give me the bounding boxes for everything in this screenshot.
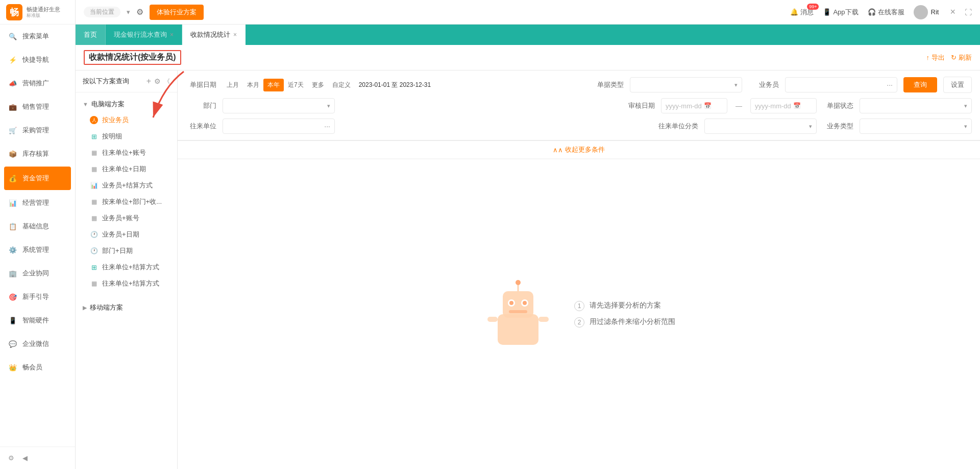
sidebar-item-guide[interactable]: 🎯 新手引导 xyxy=(0,285,75,309)
logo-icon: 畅 xyxy=(6,4,22,20)
dropdown-icon[interactable]: ▾ xyxy=(127,8,130,16)
basic-icon: 📋 xyxy=(8,222,17,231)
voucher-type-select[interactable]: ▾ xyxy=(630,77,742,92)
calendar-icon-2[interactable]: 📅 xyxy=(793,102,801,109)
collection-stats-tab-close[interactable]: × xyxy=(233,31,237,38)
online-service-button[interactable]: 🎧 在线客服 xyxy=(868,8,904,17)
salesman-settle-icon: 📊 xyxy=(90,181,98,190)
message-badge: 99+ xyxy=(807,4,819,10)
app-download-button[interactable]: 📱 App下载 xyxy=(823,8,858,17)
sidebar-item-wechat[interactable]: 💬 企业微信 xyxy=(0,332,75,356)
scheme-by-detail[interactable]: ⊞ 按明细 xyxy=(76,128,177,145)
dept-select[interactable]: ▾ xyxy=(223,98,335,113)
scheme-salesman-settle[interactable]: 📊 业务员+结算方式 xyxy=(76,177,177,194)
partner-category-label: 往来单位分类 xyxy=(658,122,698,131)
collapse-sidebar-icon[interactable]: ◀ xyxy=(22,454,28,462)
custom-btn[interactable]: 自定义 xyxy=(328,79,355,91)
scheme-salesman-account[interactable]: ▦ 业务员+账号 xyxy=(76,210,177,226)
sidebar-item-basic[interactable]: 📋 基础信息 xyxy=(0,215,75,238)
desktop-group-arrow: ▼ xyxy=(83,101,88,107)
scheme-partner-account[interactable]: ▦ 往来单位+账号 xyxy=(76,145,177,161)
tab-home[interactable]: 首页 xyxy=(76,25,106,45)
svg-point-8 xyxy=(516,280,521,285)
message-button[interactable]: 🔔 消息 99+ xyxy=(790,8,814,17)
partner-category-select[interactable]: ▾ xyxy=(704,119,817,134)
more-btn[interactable]: 更多 xyxy=(308,79,328,91)
review-date-from[interactable]: yyyy-mm-dd 📅 xyxy=(661,98,727,113)
window-expand-button[interactable]: ⛶ xyxy=(965,8,972,16)
desktop-schemes: ▼ 电脑端方案 人 按业务员 ⊞ 按明细 xyxy=(76,92,177,296)
sidebar-item-quick-nav[interactable]: ⚡ 快捷导航 xyxy=(0,48,75,72)
empty-state: 1 请先选择要分析的方案 2 用过滤条件来缩小分析范围 xyxy=(178,159,980,469)
sidebar-item-operations[interactable]: 📊 经营管理 xyxy=(0,191,75,215)
scheme-dept-date[interactable]: 🕐 部门+日期 xyxy=(76,243,177,259)
sidebar-item-enterprise[interactable]: 🏢 企业协同 xyxy=(0,262,75,285)
trial-button[interactable]: 体验行业方案 xyxy=(150,5,204,20)
last-7-btn[interactable]: 近7天 xyxy=(284,79,308,91)
query-button[interactable]: 查询 xyxy=(903,77,937,92)
partner-label: 往来单位 xyxy=(186,122,216,131)
scheme-by-salesman[interactable]: 人 按业务员 xyxy=(76,112,177,128)
calendar-icon-1[interactable]: 📅 xyxy=(704,102,712,109)
scheme-salesman-date[interactable]: 🕐 业务员+日期 xyxy=(76,226,177,243)
sidebar-item-system[interactable]: ⚙️ 系统管理 xyxy=(0,238,75,262)
refresh-icon: ↻ xyxy=(951,54,957,61)
sidebar-item-label: 企业微信 xyxy=(22,339,49,348)
voucher-status-chevron: ▾ xyxy=(964,103,967,109)
salesman-label: 业务员 xyxy=(748,80,779,89)
sidebar-item-label: 经营管理 xyxy=(22,198,49,207)
sidebar-item-hardware[interactable]: 📱 智能硬件 xyxy=(0,309,75,332)
review-date-to[interactable]: yyyy-mm-dd 📅 xyxy=(750,98,817,113)
left-panel-actions: + ⚙ 《 xyxy=(146,77,170,86)
window-close-button[interactable]: × xyxy=(950,7,955,17)
collapse-label: 收起更多条件 xyxy=(565,145,605,154)
scheme-partner-settle1[interactable]: ⊞ 往来单位+结算方式 xyxy=(76,259,177,275)
marketing-icon: 📣 xyxy=(8,79,17,88)
tab-bank-flow[interactable]: 现金银行流水查询 × xyxy=(106,25,182,45)
header-settings-icon[interactable]: ⚙ xyxy=(136,7,143,17)
filter-row-3: 往来单位 ··· 往来单位分类 ▾ 业务类型 ▾ xyxy=(186,119,972,134)
empty-illustration xyxy=(482,278,554,350)
this-month-btn[interactable]: 本月 xyxy=(243,79,263,91)
partner-dots-icon[interactable]: ··· xyxy=(324,122,330,130)
refresh-button[interactable]: ↻ 刷新 xyxy=(951,53,972,62)
date-range: 2023-01-01 至 2023-12-31 xyxy=(359,81,431,89)
sidebar-item-member[interactable]: 👑 畅会员 xyxy=(0,356,75,379)
bank-flow-tab-close[interactable]: × xyxy=(170,31,174,38)
salesman-dots-icon[interactable]: ··· xyxy=(887,81,893,89)
add-scheme-button[interactable]: + xyxy=(146,77,151,86)
sidebar-item-sales[interactable]: 💼 销售管理 xyxy=(0,95,75,119)
scheme-partner-date[interactable]: ▦ 往来单位+日期 xyxy=(76,161,177,177)
export-button[interactable]: ↑ 导出 xyxy=(926,53,945,62)
scheme-by-partner-dept[interactable]: ▦ 按来单位+部门+收... xyxy=(76,194,177,210)
partner-dept-icon: ▦ xyxy=(90,198,98,206)
scheme-label: 往来单位+结算方式 xyxy=(102,279,159,288)
voucher-status-select[interactable]: ▾ xyxy=(860,98,972,113)
sidebar-item-marketing[interactable]: 📣 营销推广 xyxy=(0,72,75,95)
sidebar-item-purchase[interactable]: 🛒 采购管理 xyxy=(0,119,75,142)
sidebar-nav: 🔍 搜索菜单 ⚡ 快捷导航 📣 营销推广 💼 销售管理 🛒 采购管理 📦 库存核… xyxy=(0,25,75,447)
scheme-partner-settle2[interactable]: ▦ 往来单位+结算方式 xyxy=(76,275,177,292)
this-year-btn[interactable]: 本年 xyxy=(263,79,284,91)
salesman-select[interactable]: ··· xyxy=(785,77,897,92)
settings-bottom-icon[interactable]: ⚙ xyxy=(8,454,14,462)
last-month-btn[interactable]: 上月 xyxy=(223,79,243,91)
user-info: Rit xyxy=(914,5,939,19)
guide-icon: 🎯 xyxy=(8,292,17,301)
system-icon: ⚙️ xyxy=(8,245,17,254)
scheme-settings-icon[interactable]: ⚙ xyxy=(154,77,161,85)
mobile-group-header[interactable]: ▶ 移动端方案 xyxy=(76,300,177,315)
sidebar-item-finance[interactable]: 💰 资金管理 xyxy=(4,167,71,190)
collapse-panel-icon[interactable]: 《 xyxy=(164,77,170,86)
scheme-label: 按明细 xyxy=(102,132,122,141)
header-right: 🔔 消息 99+ 📱 App下载 🎧 在线客服 Rit × ⛶ xyxy=(790,5,972,19)
settings-button[interactable]: 设置 xyxy=(943,77,972,93)
sidebar-item-label: 库存核算 xyxy=(22,149,49,158)
collapse-bar[interactable]: ∧∧ 收起更多条件 xyxy=(178,140,980,158)
tab-collection-stats[interactable]: 收款情况统计 × xyxy=(182,25,246,45)
sidebar-item-inventory[interactable]: 📦 库存核算 xyxy=(0,142,75,166)
desktop-group-header[interactable]: ▼ 电脑端方案 xyxy=(76,97,177,112)
biz-type-select[interactable]: ▾ xyxy=(860,119,972,134)
partner-select[interactable]: ··· xyxy=(223,119,335,134)
sidebar-item-search[interactable]: 🔍 搜索菜单 xyxy=(0,25,75,48)
